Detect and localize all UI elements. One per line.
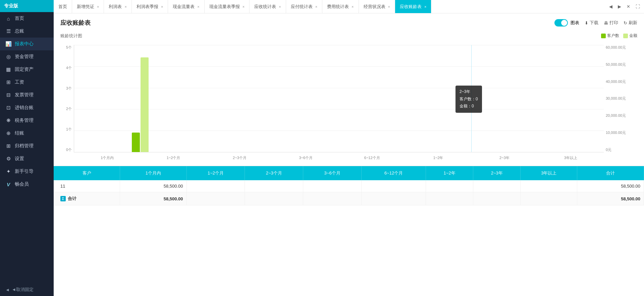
- print-label: 打印: [609, 20, 618, 26]
- sidebar-item-tax[interactable]: ❋ 税务管理: [0, 114, 54, 127]
- ledger-icon: ☰: [5, 28, 11, 34]
- unpin-sidebar-btn[interactable]: ◄ ◄取消固定: [0, 283, 54, 296]
- tab-cashflow-label: 现金流量表: [173, 4, 195, 10]
- refresh-label: 刷新: [629, 20, 637, 26]
- funds-icon: ◎: [5, 54, 11, 60]
- tab-ar-stats-close[interactable]: ×: [279, 5, 281, 9]
- sidebar-item-ledger[interactable]: ☰ 总账: [0, 25, 54, 38]
- sidebar-label-closing: 结账: [15, 130, 24, 136]
- chart-title: 账龄统计图: [60, 33, 637, 39]
- y-right-20000: 20,000.00元: [606, 113, 626, 118]
- chart-gridlines: [74, 45, 604, 152]
- total-3to6month: [303, 192, 362, 205]
- y-left-1: 1个: [66, 127, 72, 132]
- tab-profit[interactable]: 利润表 ×: [104, 0, 131, 13]
- page-header: 应收账龄表 图表 ⬇ 下载 🖶 打印: [54, 13, 644, 30]
- table-total-row: Σ 合计 58,500.00 58: [54, 192, 644, 205]
- sidebar-label-assets: 固定资产: [15, 66, 34, 72]
- toggle-track[interactable]: [554, 19, 568, 27]
- tab-prev-btn[interactable]: ◀: [607, 3, 614, 10]
- sidebar-item-home[interactable]: ⌂ 首页: [0, 12, 54, 25]
- tab-voucher-close[interactable]: ×: [97, 5, 99, 9]
- main-area: 首页 新增凭证 × 利润表 × 利润表季报 × 现金流量表 × 现金流量表季报 …: [54, 0, 644, 296]
- tab-ap-stats-close[interactable]: ×: [315, 5, 317, 9]
- tab-ar-aging[interactable]: 应收账龄表 ×: [395, 0, 431, 13]
- tab-expense-stats-label: 费用统计表: [327, 4, 349, 10]
- tab-business-status-close[interactable]: ×: [388, 5, 390, 9]
- guide-icon: ✦: [5, 168, 11, 175]
- toggle-thumb: [561, 20, 567, 26]
- legend-customers-label: 客户数: [607, 33, 619, 39]
- tab-next-btn[interactable]: ▶: [616, 3, 623, 10]
- y-right-0: 0元: [606, 147, 611, 152]
- gridline-1: [74, 131, 604, 131]
- table-section: 客户 1个月内 1~2个月 2~3个月 3~6个月 6~12个月 1~2年 2~…: [54, 166, 644, 205]
- sidebar-item-funds[interactable]: ◎ 资金管理: [0, 50, 54, 63]
- total-label-cell: Σ 合计: [54, 192, 120, 205]
- download-label: 下载: [590, 20, 598, 26]
- gridline-2: [74, 109, 604, 109]
- sidebar-item-reports[interactable]: 📊 报表中心: [0, 38, 54, 50]
- legend-amount-label: 金额: [629, 33, 637, 39]
- y-right-10000: 10,000.00元: [606, 130, 626, 135]
- tab-ar-stats[interactable]: 应收统计表 ×: [250, 0, 286, 13]
- tab-profit-quarter-close[interactable]: ×: [161, 5, 163, 9]
- print-btn[interactable]: 🖶 打印: [604, 20, 618, 26]
- tab-business-status[interactable]: 经营状况表 ×: [359, 0, 395, 13]
- tab-ar-aging-label: 应收账龄表: [400, 4, 422, 10]
- legend-customers-dot: [601, 34, 606, 38]
- unpin-icon: ◄: [5, 287, 10, 292]
- sidebar-label-tax: 税务管理: [15, 117, 34, 124]
- tab-fullscreen-btn[interactable]: ⛶: [634, 3, 642, 10]
- download-btn[interactable]: ⬇ 下载: [585, 20, 598, 26]
- tab-voucher[interactable]: 新增凭证 ×: [72, 0, 104, 13]
- cell-total: 58,500.00: [577, 180, 644, 192]
- y-left-5: 5个: [66, 45, 72, 50]
- sidebar-label-inventory: 进销台账: [15, 105, 34, 111]
- content-area: 应收账龄表 图表 ⬇ 下载 🖶 打印: [54, 13, 644, 296]
- tab-expense-stats[interactable]: 费用统计表 ×: [322, 0, 359, 13]
- chart-legend: 客户数 金额: [601, 33, 637, 39]
- total-3year-plus: [521, 192, 577, 205]
- download-icon: ⬇: [585, 20, 588, 26]
- tab-ap-stats[interactable]: 应付统计表 ×: [286, 0, 322, 13]
- col-header-6to12month: 6~12个月: [362, 166, 426, 180]
- tab-cashflow-close[interactable]: ×: [197, 5, 199, 9]
- x-label-6to12month: 6~12个月: [339, 155, 405, 160]
- tab-ap-stats-label: 应付统计表: [291, 4, 313, 10]
- sidebar-item-closing[interactable]: ⊕ 结账: [0, 127, 54, 140]
- settings-icon: ⚙: [5, 156, 11, 162]
- sidebar-label-payroll: 工资: [15, 79, 24, 85]
- y-right-40000: 40,000.00元: [606, 79, 626, 84]
- tab-ar-aging-close[interactable]: ×: [424, 5, 426, 9]
- x-label-2to3month: 2~3个月: [207, 155, 273, 160]
- y-axis-right: 60,000.00元 50,000.00元 40,000.00元 30,000.…: [604, 42, 637, 162]
- tab-cashflow[interactable]: 现金流量表 ×: [168, 0, 204, 13]
- sidebar-item-settings[interactable]: ⚙ 设置: [0, 152, 54, 165]
- sidebar: 专业版 ⌂ 首页 ☰ 总账 📊 报表中心 ◎ 资金管理 ▦ 固定资产 ⊞ 工资 …: [0, 0, 54, 296]
- y-left-4: 4个: [66, 65, 72, 70]
- legend-amount-dot: [623, 34, 628, 38]
- cell-1to2year: [426, 180, 473, 192]
- tab-cashflow-quarter-close[interactable]: ×: [243, 5, 245, 9]
- tab-cashflow-quarter[interactable]: 现金流量表季报 ×: [205, 0, 250, 13]
- refresh-btn[interactable]: ↻ 刷新: [624, 20, 637, 26]
- sidebar-item-archive[interactable]: ⊞ 归档管理: [0, 140, 54, 152]
- x-label-3to6month: 3~6个月: [273, 155, 339, 160]
- sidebar-item-invoice[interactable]: ⊟ 发票管理: [0, 89, 54, 101]
- sidebar-item-member[interactable]: V 畅会员: [0, 178, 54, 191]
- chart-wrapper: 5个 4个 3个 2个 1个 0个: [60, 42, 637, 162]
- sidebar-item-assets[interactable]: ▦ 固定资产: [0, 63, 54, 76]
- sidebar-item-inventory[interactable]: ⊡ 进销台账: [0, 101, 54, 114]
- sidebar-item-payroll[interactable]: ⊞ 工资: [0, 76, 54, 89]
- total-icon: Σ: [60, 196, 66, 201]
- sidebar-label-home: 首页: [15, 15, 24, 21]
- tab-profit-label: 利润表: [109, 4, 122, 10]
- tab-profit-quarter[interactable]: 利润表季报 ×: [132, 0, 168, 13]
- sidebar-item-guide[interactable]: ✦ 新手引导: [0, 165, 54, 178]
- tab-expense-stats-close[interactable]: ×: [352, 5, 354, 9]
- tab-profit-close[interactable]: ×: [124, 5, 126, 9]
- tab-close-all-btn[interactable]: ✕: [625, 3, 632, 10]
- chart-toggle[interactable]: 图表: [554, 19, 579, 27]
- tab-home[interactable]: 首页: [54, 0, 72, 13]
